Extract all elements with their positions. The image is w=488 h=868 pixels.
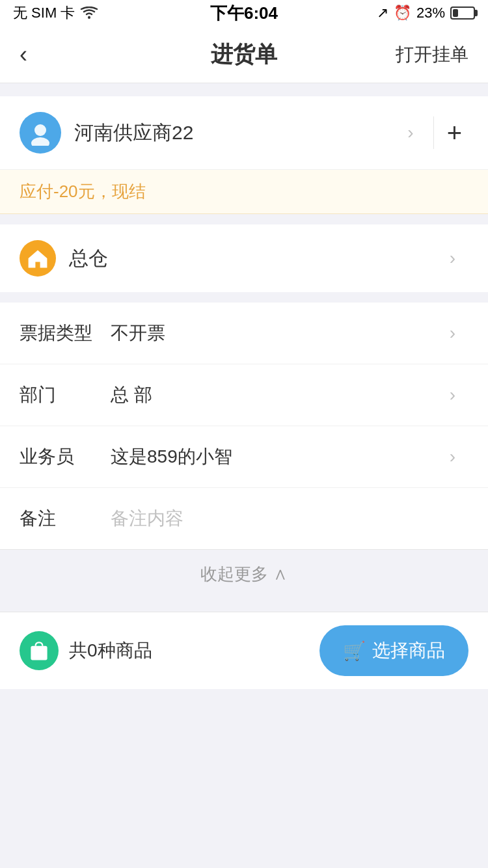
notice-text: 应付-20元，现结	[20, 182, 146, 201]
carrier-text: 无 SIM 卡	[13, 3, 75, 23]
svg-point-0	[88, 16, 90, 19]
cart-icon: 🛒	[343, 640, 366, 662]
warehouse-section: 总仓 ›	[0, 224, 488, 292]
battery-icon	[450, 7, 475, 20]
status-left: 无 SIM 卡	[13, 3, 98, 23]
section-gap-2	[0, 214, 488, 224]
salesperson-row[interactable]: 业务员 这是859的小智 ›	[0, 426, 488, 488]
person-icon	[27, 120, 53, 146]
salesperson-value: 这是859的小智	[98, 444, 450, 469]
supplier-avatar	[20, 112, 61, 154]
warehouse-chevron-icon: ›	[450, 248, 455, 269]
remark-row[interactable]: 备注 备注内容	[0, 488, 488, 549]
collapse-label: 收起更多 ∧	[200, 563, 287, 586]
battery-text: 23%	[416, 5, 445, 21]
select-product-label: 选择商品	[372, 638, 445, 663]
invoice-chevron-icon: ›	[450, 323, 455, 344]
collapse-button[interactable]: 收起更多 ∧	[0, 549, 488, 599]
divider	[433, 116, 434, 149]
page-title: 进货单	[211, 40, 277, 70]
product-count: 共0种商品	[69, 638, 319, 663]
department-value: 总 部	[98, 383, 450, 407]
alarm-icon: ⏰	[394, 5, 411, 21]
svg-point-1	[34, 124, 46, 136]
svg-rect-3	[31, 646, 47, 660]
back-button[interactable]: ‹	[20, 41, 59, 68]
supplier-row[interactable]: 河南供应商22 › +	[0, 96, 488, 170]
shopping-bag-icon	[27, 639, 51, 662]
department-row[interactable]: 部门 总 部 ›	[0, 364, 488, 426]
section-gap-3	[0, 292, 488, 303]
department-label: 部门	[20, 383, 98, 407]
status-right: ↗ ⏰ 23%	[377, 5, 475, 21]
section-gap-4	[0, 599, 488, 612]
supplier-section: 河南供应商22 › + 应付-20元，现结	[0, 96, 488, 214]
department-chevron-icon: ›	[450, 385, 455, 405]
supplier-chevron-icon: ›	[407, 122, 413, 143]
svg-point-2	[31, 137, 49, 146]
add-supplier-button[interactable]: +	[441, 118, 468, 148]
salesperson-label: 业务员	[20, 444, 98, 469]
status-bar: 无 SIM 卡 下午6:04 ↗ ⏰ 23%	[0, 0, 488, 26]
page-background	[0, 689, 488, 868]
salesperson-chevron-icon: ›	[450, 446, 455, 467]
select-product-button[interactable]: 🛒 选择商品	[319, 625, 468, 676]
invoice-type-value: 不开票	[98, 321, 450, 346]
location-icon: ↗	[377, 5, 388, 21]
status-time: 下午6:04	[210, 2, 278, 25]
warehouse-icon	[20, 240, 56, 277]
supplier-name: 河南供应商22	[74, 120, 407, 146]
nav-bar: ‹ 进货单 打开挂单	[0, 26, 488, 83]
notice-bar: 应付-20元，现结	[0, 170, 488, 214]
section-gap-1	[0, 83, 488, 96]
open-pending-button[interactable]: 打开挂单	[396, 42, 468, 67]
remark-input[interactable]: 备注内容	[98, 506, 468, 531]
form-section: 票据类型 不开票 › 部门 总 部 › 业务员 这是859的小智 › 备注 备注…	[0, 303, 488, 549]
warehouse-row[interactable]: 总仓 ›	[0, 224, 488, 292]
remark-label: 备注	[20, 506, 98, 531]
invoice-type-row[interactable]: 票据类型 不开票 ›	[0, 303, 488, 364]
invoice-type-label: 票据类型	[20, 321, 98, 346]
wifi-icon	[80, 7, 98, 20]
home-icon	[26, 247, 49, 270]
warehouse-name: 总仓	[69, 245, 450, 272]
product-icon	[20, 631, 59, 670]
bottom-bar: 共0种商品 🛒 选择商品	[0, 612, 488, 689]
